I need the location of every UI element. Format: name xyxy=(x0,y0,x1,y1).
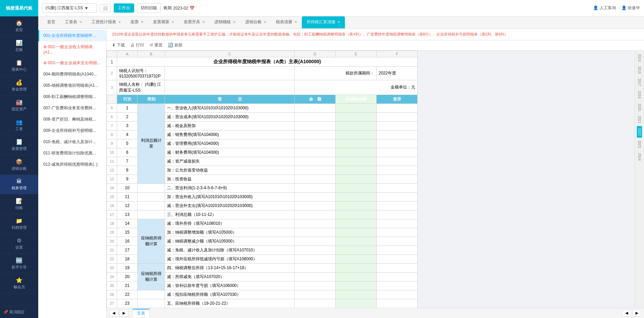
year-item-2024[interactable]: 2024 xyxy=(637,151,642,163)
tab-close-check[interactable]: ✕ xyxy=(233,20,236,24)
tab-close-invoice-calc[interactable]: ✕ xyxy=(171,20,174,24)
sidebar-item-home[interactable]: 🏠 首页 xyxy=(0,16,38,36)
company-selector[interactable]: (勾删) 江西服宝-LSS ▼ xyxy=(42,3,97,13)
form-list-item-004[interactable]: 004-期间费用明细表(A1040... xyxy=(38,69,106,80)
diff-cell xyxy=(377,175,418,183)
tab-home[interactable]: 首页 xyxy=(42,16,60,28)
scroll-right-btn[interactable]: ▶ xyxy=(632,310,641,316)
year-item-2022[interactable]: 2022 xyxy=(637,126,642,138)
tab-salary-stats[interactable]: 工资统计报表✕ xyxy=(87,16,126,28)
workbench-btn[interactable]: 工作台 xyxy=(114,3,134,13)
year-item-2017[interactable]: 2017 xyxy=(637,77,642,88)
diff-cell xyxy=(377,148,418,157)
line-num: 14 xyxy=(117,219,138,228)
form-list-item-002[interactable]: 002-一般企业收入明细表(A1... xyxy=(38,41,106,57)
member-icon: ⭐ xyxy=(16,277,23,284)
year-item-2020[interactable]: 2020 xyxy=(637,101,642,113)
form-list-item-009[interactable]: 009-企业所得税补亏损明细... xyxy=(38,125,106,136)
settings-icon: ⚙ xyxy=(17,237,22,244)
amount-cell xyxy=(295,246,336,254)
tab-check[interactable]: 进销稽核✕ xyxy=(210,16,240,28)
tab-close-invoice-open[interactable]: ✕ xyxy=(202,20,205,24)
form-list-item-010[interactable]: 010-免税、减计收入及加计... xyxy=(38,136,106,148)
bottom-tab-main[interactable]: 主表 xyxy=(132,309,150,317)
sidebar-item-salary[interactable]: 👥 工资 xyxy=(0,115,38,135)
form-list-item-001[interactable]: 001-企业所得税年度纳税申... xyxy=(38,30,106,41)
form-list-item-005[interactable]: 005-纳税调整项目明细表(A1... xyxy=(38,80,106,91)
sidebar-item-tax[interactable]: 🏛 税务管理 xyxy=(0,175,38,194)
sidebar-item-archive[interactable]: 📁 归档管理 xyxy=(0,214,38,234)
sidebar-item-member[interactable]: ⭐ 畅会员 xyxy=(0,274,38,293)
tab-income-tax[interactable]: 所得税汇算清缴✕ xyxy=(302,16,345,28)
taxpayer-name-cell: 纳税人名称： (勾删) 江西服宝-LSS xyxy=(117,80,165,95)
sidebar-item-label: 报表中心 xyxy=(12,67,27,72)
line-num: 4 xyxy=(117,130,138,139)
scroll-left-btn[interactable]: ◀ xyxy=(622,310,631,316)
form-list-item-008[interactable]: 008-资产折旧、摊销及纳税... xyxy=(38,114,106,125)
sidebar-item-reports[interactable]: 📋 报表中心 xyxy=(0,56,38,76)
tab-close-income-tax[interactable]: ✕ xyxy=(337,20,340,24)
tab-invoice[interactable]: 发票✕ xyxy=(126,16,148,28)
item-cell: 减：抵扣应纳税所得额（填写A107030） xyxy=(165,290,295,299)
sidebar-item-closing[interactable]: 📝 结账 xyxy=(0,194,38,214)
tab-close-salary-stats[interactable]: ✕ xyxy=(118,20,121,24)
sidebar-item-finance[interactable]: 💰 资金管理 xyxy=(0,76,38,96)
year-item-2019[interactable]: 2019 xyxy=(637,52,642,64)
item-cell: 减：所得减免（填写A107020） xyxy=(165,272,295,281)
sidebar-item-settings[interactable]: ⚙ 设置 xyxy=(0,234,38,254)
download-btn[interactable]: ⬇ 下载 xyxy=(112,42,125,48)
year-item-2016[interactable]: 2016 xyxy=(637,64,642,76)
form-list-item-003[interactable]: 003-一般企业成本支出明细... xyxy=(38,57,106,69)
form-list-item-006[interactable]: 006-职工薪酬纳税调整明细... xyxy=(38,91,106,102)
tab-close-tax-list[interactable]: ✕ xyxy=(294,20,297,24)
diff-cell xyxy=(377,103,418,112)
form-list-item-012[interactable]: 012-减免所得税优惠明细表(..) xyxy=(38,159,106,170)
warning-text: 2019年度步及取以前年度结转数据的申报表单元格需要手工维护正确，才能保证本年及… xyxy=(112,32,508,36)
topbar-right: 👤 人工客询 👤 徐逢华 xyxy=(593,5,640,11)
col-header-c: C xyxy=(165,51,295,57)
tab-salary[interactable]: 工资表✕ xyxy=(60,16,87,28)
tab-invoice-open[interactable]: 发票开具✕ xyxy=(179,16,210,28)
item-cell: 加：公允价值变动收益 xyxy=(165,166,295,175)
reset-btn[interactable]: ↺ 重置 xyxy=(150,42,163,48)
sidebar-item-ledger[interactable]: 📊 总账 xyxy=(0,36,38,56)
amount-cell xyxy=(295,254,336,263)
spacer-cell2 xyxy=(165,80,295,95)
row-num: 13 xyxy=(107,175,117,183)
row-num: 24 xyxy=(107,272,117,281)
refresh-btn[interactable]: 🔄 刷新 xyxy=(168,42,183,48)
tab-sales-ledger[interactable]: 进销台账✕ xyxy=(240,16,271,28)
sidebar-item-invoice[interactable]: 🧾 发票管理 xyxy=(0,135,38,155)
sidebar-item-assets[interactable]: 🏭 固定资产 xyxy=(0,96,38,115)
print-btn[interactable]: 🖨 打印 xyxy=(130,42,144,48)
sidebar-item-sales[interactable]: 📦 进销台账 xyxy=(0,155,38,175)
tab-invoice-calc[interactable]: 发票测算✕ xyxy=(148,16,179,28)
user-service[interactable]: 👤 人工客询 xyxy=(593,5,616,11)
form-list-item-007[interactable]: 007-广告费和业务宣传费跨... xyxy=(38,102,106,114)
profit-cell xyxy=(336,166,377,175)
tab-tax-list[interactable]: 税表清册✕ xyxy=(271,16,302,28)
app-logo: 畅捷通易代账 xyxy=(0,0,38,16)
switch-old-btn[interactable]: 切到旧版 xyxy=(137,3,161,13)
username-display[interactable]: 👤 徐逢华 xyxy=(621,5,640,11)
invoice-icon: 🧾 xyxy=(16,139,23,145)
sheet-next-btn[interactable]: ▶ xyxy=(120,310,128,316)
tab-close-sales-ledger[interactable]: ✕ xyxy=(264,20,266,24)
row-num: 17 xyxy=(107,210,117,219)
form-list-item-011[interactable]: 011-研发费用加计扣除优惠... xyxy=(38,148,106,159)
sidebar-footer-unpin[interactable]: 📌 取消固定 xyxy=(0,306,38,318)
year-item-2018[interactable]: 2018 xyxy=(637,89,642,100)
calendar-icon[interactable]: 📅 xyxy=(190,6,195,11)
table-row: 17 13 三、利润总额（10-11-12） xyxy=(107,210,418,219)
tab-close-invoice[interactable]: ✕ xyxy=(141,20,143,24)
copy-btn[interactable]: ⬜ xyxy=(100,4,111,12)
year-item-2023[interactable]: 2023 xyxy=(637,138,642,150)
line-num: 9 xyxy=(117,175,138,183)
line-num: 3 xyxy=(117,121,138,130)
sidebar-item-guide[interactable]: 🆕 新手引导 xyxy=(0,254,38,274)
year-item-2021[interactable]: 2021 xyxy=(637,114,642,125)
category-cell xyxy=(138,290,165,299)
sheet-prev-btn[interactable]: ◀ xyxy=(109,310,118,316)
tab-close-salary[interactable]: ✕ xyxy=(79,20,82,24)
spreadsheet-container[interactable]: A B C D E F 1 企业所 xyxy=(107,51,634,308)
